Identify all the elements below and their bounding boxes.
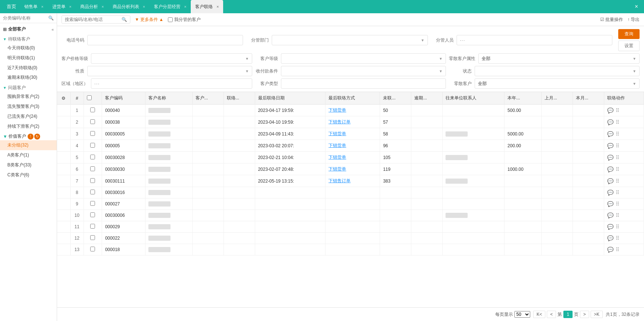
sidebar-search-input[interactable] [3,15,47,21]
grid-action-icon[interactable]: ⠿ [616,143,619,149]
row-checkbox[interactable] [90,178,95,183]
sidebar-item-tomorrow[interactable]: 明天待联络(1) [0,53,57,63]
sidebar-item-today[interactable]: 今天待联络(0) [0,43,57,53]
chat-icon[interactable]: 💬 [607,224,613,230]
nav-tab-sales[interactable]: 销售单 × [20,0,48,13]
reset-btn[interactable]: 设置 [618,40,640,51]
sidebar-all-customers-header[interactable]: ⊞ 全部客户 « [0,23,57,34]
nav-home[interactable]: 首页 [3,0,20,13]
grid-action-icon[interactable]: ⠿ [616,247,619,253]
chat-icon[interactable]: 💬 [607,143,613,149]
chat-icon[interactable]: 💬 [607,212,613,218]
close-customer-contact-tab[interactable]: × [217,4,219,9]
sidebar-search-icon[interactable]: 🔍 [48,15,54,21]
row-settings[interactable] [57,163,70,175]
grid-action-icon[interactable]: ⠿ [616,119,619,125]
contact-method-link[interactable]: 下销售订单 [328,119,351,124]
customer-type-input[interactable] [281,78,446,89]
chat-icon[interactable]: 💬 [607,131,613,137]
row-settings[interactable] [57,128,70,140]
close-purchase-tab[interactable]: × [69,4,71,9]
price-level-select[interactable]: ▼ [91,53,252,64]
chat-icon[interactable]: 💬 [607,201,613,207]
sidebar-item-class-b[interactable]: B类客户(33) [0,160,57,170]
dept-select[interactable]: ▼ [272,35,427,45]
row-settings[interactable] [57,140,70,152]
row-checkbox[interactable] [90,166,95,171]
last-month-col-header[interactable]: 上月... [541,92,573,105]
retail-select[interactable]: 全部 ▼ [475,78,640,89]
code-col-header[interactable]: 客户编码 [102,92,145,105]
row-checkbox[interactable] [90,155,95,159]
grid-action-icon[interactable]: ⠿ [616,235,619,241]
sidebar-group-waiting[interactable]: ▼ 待联络客户 [0,34,57,43]
row-checkbox[interactable] [90,212,95,217]
close-customer-tier-tab[interactable]: × [184,4,186,9]
grid-action-icon[interactable]: ⠿ [616,224,619,230]
checkbox-col-header[interactable] [84,92,102,105]
this-year-col-header[interactable]: 本年... [504,92,542,105]
last-page-btn[interactable]: >K [591,311,603,318]
next-page-btn[interactable]: > [580,311,589,318]
row-settings[interactable] [57,152,70,163]
not-contacted-col-header[interactable]: 未联... [380,92,411,105]
row-settings[interactable] [57,210,70,221]
grid-action-icon[interactable]: ⠿ [616,190,619,195]
row-checkbox[interactable] [90,201,95,206]
company-contact-col-header[interactable]: 往来单位联系人 [443,92,504,105]
sidebar-item-churned[interactable]: 已流失客户(24) [0,112,57,121]
chat-icon[interactable]: 💬 [607,247,613,253]
grid-action-icon[interactable]: ⠿ [616,155,619,160]
chat-icon[interactable]: 💬 [607,190,613,195]
row-checkbox[interactable] [90,247,95,251]
grid-action-icon[interactable]: ⠿ [616,201,619,207]
sidebar-item-class-a[interactable]: A类客户(1) [0,150,57,160]
close-all-btn[interactable]: × [632,3,641,10]
region-input[interactable]: ··· [91,78,252,89]
grid-action-icon[interactable]: ⠿ [616,131,619,137]
close-product-analysis-tab[interactable]: × [102,4,104,9]
name-col-header[interactable]: 客户名称 [145,92,192,105]
nav-tab-customer-contact[interactable]: 客户联络 × [191,0,223,13]
nav-tab-product-analysis-list[interactable]: 商品分析列表 × [108,0,149,13]
retail-attr-select[interactable]: 全部 ▼ [478,53,640,64]
export-btn[interactable]: ↑ 导出 [627,17,640,23]
row-checkbox[interactable] [90,190,95,194]
contact-method-link[interactable]: 下销货单 [328,155,346,160]
sidebar-group-problem[interactable]: ▼ 问题客户 [0,82,57,92]
sidebar-item-declining[interactable]: 持续下滑客户(2) [0,121,57,131]
row-settings[interactable] [57,105,70,116]
chat-icon[interactable]: 💬 [607,235,613,241]
contact-method-link[interactable]: 下销货单 [328,166,346,172]
query-btn[interactable]: 查询 [618,29,640,39]
row-settings[interactable] [57,198,70,210]
sidebar-collapse-btn[interactable]: « [52,27,54,32]
phone-input[interactable] [87,35,243,45]
select-all-checkbox[interactable] [87,95,92,100]
row-checkbox[interactable] [90,235,95,240]
grid-action-icon[interactable]: ⠿ [616,166,619,172]
overdue-col-header[interactable]: 逾期... [411,92,443,105]
close-product-list-tab[interactable]: × [143,4,145,9]
my-customers-check[interactable] [168,17,173,22]
nav-tab-customer-tier[interactable]: 客户分层经营 × [149,0,191,13]
search-input[interactable] [65,17,120,22]
contact-method-link[interactable]: 下销售订单 [328,178,351,183]
row-checkbox[interactable] [90,131,95,136]
search-icon[interactable]: 🔍 [122,17,127,22]
sidebar-group-value[interactable]: ▼ 价值客户 ! ↻ [0,131,57,140]
sidebar-item-hoarding[interactable]: 囤购异常客户(2) [0,92,57,102]
close-sales-tab[interactable]: × [41,4,43,9]
last-contact-date-col-header[interactable]: 最后联络日期 [255,92,325,105]
sidebar-item-ungrouped[interactable]: 未分组(32) [0,140,57,150]
chat-icon[interactable]: 💬 [607,107,613,113]
sidebar-item-overdue[interactable]: 逾期未联络(30) [0,73,57,82]
prev-page-btn[interactable]: < [547,311,556,318]
grid-action-icon[interactable]: ⠿ [616,212,619,218]
my-customers-checkbox[interactable]: 我分管的客户 [168,17,201,23]
bulk-ops-btn[interactable]: ☑ 批量操作 [600,17,623,23]
nature-select[interactable]: ▼ [87,66,252,76]
grid-action-icon[interactable]: ⠿ [616,107,619,113]
sidebar-item-7days[interactable]: 近7天待联络(0) [0,63,57,73]
manager-input[interactable]: ··· [457,35,612,45]
